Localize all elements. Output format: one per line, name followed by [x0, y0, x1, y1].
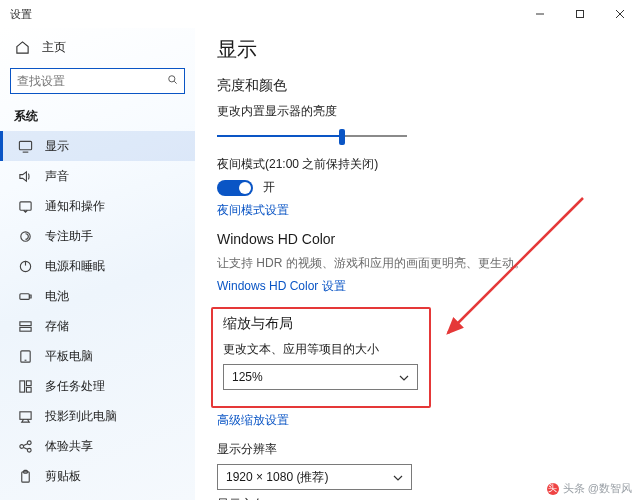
sidebar-item-shared[interactable]: 体验共享 — [0, 431, 195, 461]
svg-rect-12 — [19, 293, 28, 299]
sound-icon — [17, 168, 33, 184]
svg-line-26 — [23, 447, 27, 449]
svg-line-25 — [23, 443, 27, 445]
hd-color-settings-link[interactable]: Windows HD Color 设置 — [217, 278, 626, 295]
brightness-label: 更改内置显示器的亮度 — [217, 103, 626, 120]
sidebar-item-label: 剪贴板 — [45, 468, 81, 485]
sidebar-item-label: 体验共享 — [45, 438, 93, 455]
sidebar-nav: 显示 声音 通知和操作 专注助手 电源和睡眠 — [0, 131, 195, 500]
page-title: 显示 — [217, 36, 626, 63]
resolution-value: 1920 × 1080 (推荐) — [226, 469, 328, 486]
scale-dropdown[interactable]: 125% — [223, 364, 418, 390]
sidebar-item-label: 电源和睡眠 — [45, 258, 105, 275]
sidebar-item-label: 多任务处理 — [45, 378, 105, 395]
battery-icon — [17, 288, 33, 304]
sidebar-item-label: 平板电脑 — [45, 348, 93, 365]
svg-rect-21 — [19, 411, 30, 419]
sidebar-item-sound[interactable]: 声音 — [0, 161, 195, 191]
minimize-button[interactable] — [520, 0, 560, 28]
sidebar-item-multitask[interactable]: 多任务处理 — [0, 371, 195, 401]
svg-rect-18 — [19, 380, 24, 391]
display-icon — [17, 138, 33, 154]
watermark-logo-icon: 头 — [547, 483, 559, 495]
svg-line-5 — [174, 81, 176, 83]
maximize-button[interactable] — [560, 0, 600, 28]
svg-point-23 — [27, 440, 31, 444]
svg-rect-15 — [19, 327, 30, 331]
scale-value: 125% — [232, 370, 263, 384]
notifications-icon — [17, 198, 33, 214]
search-input[interactable] — [10, 68, 185, 94]
sidebar-item-display[interactable]: 显示 — [0, 131, 195, 161]
section-scale: 缩放与布局 — [223, 315, 419, 333]
power-icon — [17, 258, 33, 274]
night-mode-settings-link[interactable]: 夜间模式设置 — [217, 202, 626, 219]
sidebar-item-tablet[interactable]: 平板电脑 — [0, 341, 195, 371]
night-mode-state: 开 — [263, 179, 275, 196]
orientation-label: 显示方向 — [217, 496, 626, 500]
tablet-icon — [17, 348, 33, 364]
sidebar-heading: 系统 — [0, 102, 195, 131]
night-mode-toggle[interactable] — [217, 180, 253, 196]
highlight-box: 缩放与布局 更改文本、应用等项目的大小 125% — [211, 307, 431, 408]
scale-label: 更改文本、应用等项目的大小 — [223, 341, 419, 358]
slider-thumb[interactable] — [339, 129, 345, 145]
section-hd-color: Windows HD Color — [217, 231, 626, 247]
multitask-icon — [17, 378, 33, 394]
shared-icon — [17, 438, 33, 454]
chevron-down-icon — [399, 372, 409, 382]
sidebar-item-label: 专注助手 — [45, 228, 93, 245]
search-icon — [167, 74, 178, 88]
sidebar-item-label: 存储 — [45, 318, 69, 335]
window-title: 设置 — [10, 7, 32, 22]
svg-rect-19 — [26, 380, 31, 385]
svg-point-4 — [169, 76, 175, 82]
svg-point-24 — [27, 448, 31, 452]
home-icon — [14, 39, 30, 55]
storage-icon — [17, 318, 33, 334]
svg-rect-1 — [577, 11, 584, 18]
sidebar-item-notifications[interactable]: 通知和操作 — [0, 191, 195, 221]
resolution-dropdown[interactable]: 1920 × 1080 (推荐) — [217, 464, 412, 490]
watermark: 头 头条 @数智风 — [547, 481, 632, 496]
svg-rect-8 — [19, 201, 30, 209]
sidebar-item-clipboard[interactable]: 剪贴板 — [0, 461, 195, 491]
main-content: 显示 亮度和颜色 更改内置显示器的亮度 夜间模式(21:00 之前保持关闭) 开… — [195, 28, 640, 500]
sidebar-item-label: 显示 — [45, 138, 69, 155]
sidebar-item-focus[interactable]: 专注助手 — [0, 221, 195, 251]
section-brightness: 亮度和颜色 — [217, 77, 626, 95]
sidebar-item-project[interactable]: 投影到此电脑 — [0, 401, 195, 431]
sidebar-item-battery[interactable]: 电池 — [0, 281, 195, 311]
svg-rect-6 — [19, 141, 31, 149]
close-button[interactable] — [600, 0, 640, 28]
sidebar-item-label: 电池 — [45, 288, 69, 305]
clipboard-icon — [17, 468, 33, 484]
sidebar: 主页 系统 显示 声音 — [0, 28, 195, 500]
sidebar-item-label: 声音 — [45, 168, 69, 185]
sidebar-home-label: 主页 — [42, 39, 66, 56]
sidebar-item-label: 通知和操作 — [45, 198, 105, 215]
focus-icon — [17, 228, 33, 244]
watermark-text: 头条 @数智风 — [563, 481, 632, 496]
project-icon — [17, 408, 33, 424]
brightness-slider[interactable] — [217, 126, 407, 146]
search-input-field[interactable] — [17, 74, 167, 88]
hd-color-desc: 让支持 HDR 的视频、游戏和应用的画面更明亮、更生动。 — [217, 255, 626, 272]
night-mode-label: 夜间模式(21:00 之前保持关闭) — [217, 156, 626, 173]
svg-rect-14 — [19, 321, 30, 325]
sidebar-home[interactable]: 主页 — [0, 32, 195, 62]
sidebar-item-power[interactable]: 电源和睡眠 — [0, 251, 195, 281]
advanced-scaling-link[interactable]: 高级缩放设置 — [217, 412, 626, 429]
svg-rect-20 — [26, 387, 31, 392]
svg-point-22 — [19, 444, 23, 448]
sidebar-item-label: 投影到此电脑 — [45, 408, 117, 425]
title-bar: 设置 — [0, 0, 640, 28]
resolution-label: 显示分辨率 — [217, 441, 626, 458]
chevron-down-icon — [393, 472, 403, 482]
svg-rect-13 — [29, 295, 30, 298]
sidebar-item-storage[interactable]: 存储 — [0, 311, 195, 341]
